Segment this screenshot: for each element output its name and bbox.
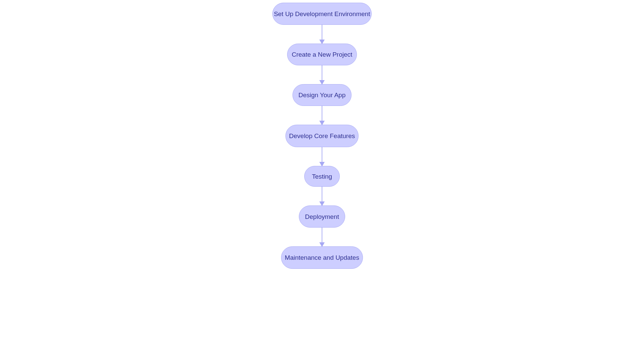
arrow-down-icon	[322, 25, 322, 44]
node-testing: Testing	[304, 166, 340, 187]
arrow-down-icon	[322, 65, 322, 84]
node-develop-features: Develop Core Features	[285, 125, 359, 147]
flowchart-container: Set Up Development Environment Create a …	[272, 3, 372, 269]
arrow-down-icon	[322, 106, 322, 125]
arrow-down-icon	[322, 187, 322, 205]
node-label: Create a New Project	[292, 51, 353, 58]
node-design-app: Design Your App	[292, 84, 352, 106]
node-label: Set Up Development Environment	[274, 11, 370, 17]
node-maintenance: Maintenance and Updates	[281, 246, 363, 269]
node-label: Maintenance and Updates	[285, 254, 359, 261]
node-label: Design Your App	[299, 92, 346, 98]
node-setup-env: Set Up Development Environment	[272, 3, 372, 25]
node-label: Testing	[312, 173, 332, 180]
arrow-down-icon	[322, 147, 322, 166]
node-deployment: Deployment	[299, 205, 345, 228]
node-label: Develop Core Features	[289, 133, 355, 139]
arrow-down-icon	[322, 228, 322, 246]
node-create-project: Create a New Project	[287, 44, 357, 65]
node-label: Deployment	[305, 214, 339, 220]
